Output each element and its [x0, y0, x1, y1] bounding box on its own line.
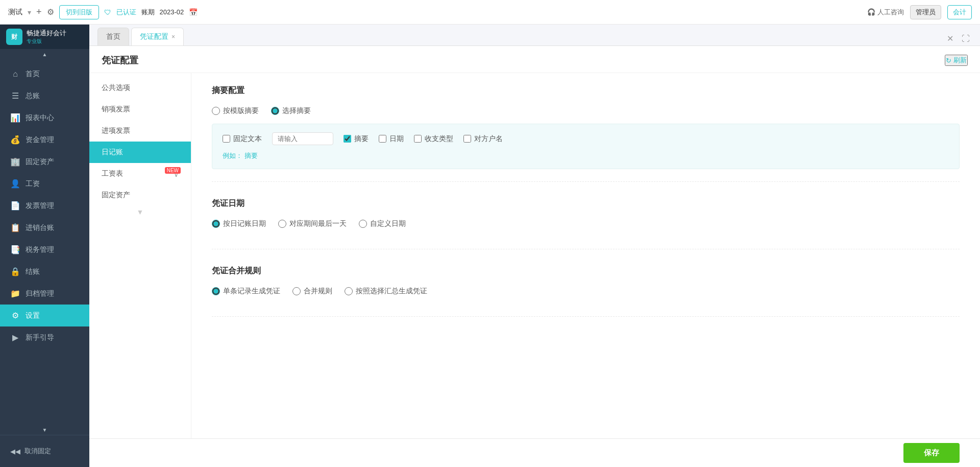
radio-custom-date[interactable]: 自定义日期: [359, 219, 406, 228]
salary-icon: 👤: [10, 179, 20, 189]
page-content: 凭证配置 ↻ 刷新 公共选项 销项发票 进项发票: [89, 46, 980, 467]
sidebar-logo: 财 畅捷通好会计 专业版: [0, 25, 89, 49]
checkbox-summary[interactable]: 摘要: [344, 134, 369, 144]
menu-item-sales-invoice[interactable]: 销项发票: [89, 99, 191, 120]
radio-summary-generate[interactable]: 按照选择汇总生成凭证: [345, 287, 427, 296]
sidebar-item-capital[interactable]: 💰 资金管理: [0, 129, 89, 151]
unpin-icon: ◀◀: [10, 448, 20, 455]
gear-icon[interactable]: ⚙: [47, 7, 54, 17]
voucher-date-section: 凭证日期 按日记账日期 对应期间最后一天: [212, 198, 960, 249]
checkbox-fixed-text[interactable]: 固定文本: [223, 134, 262, 144]
checkbox-counterparty[interactable]: 对方户名: [463, 134, 503, 144]
inner-layout: 公共选项 销项发票 进项发票 日记账 工资表 NEW: [89, 73, 980, 438]
sidebar-bottom: ◀◀ 取消固定: [0, 435, 89, 467]
scroll-up-indicator[interactable]: ▲: [0, 49, 89, 59]
sidebar-item-salary[interactable]: 👤 工资: [0, 173, 89, 195]
sidebar-item-home[interactable]: ⌂ 首页: [0, 63, 89, 85]
scroll-down-indicator[interactable]: ▼: [0, 425, 89, 435]
menu-item-purchase-invoice[interactable]: 进项发票: [89, 120, 191, 142]
radio-single-input[interactable]: [212, 287, 220, 295]
merge-rules-radio-group: 单条记录生成凭证 合并规则 按照选择汇总生成凭证: [212, 287, 960, 296]
add-button[interactable]: +: [36, 7, 42, 17]
radio-select-summary[interactable]: 选择摘要: [271, 106, 311, 115]
sidebar-item-invoice[interactable]: 📄 发票管理: [0, 195, 89, 217]
switch-old-button[interactable]: 切到旧版: [59, 5, 99, 19]
workspace-dropdown-icon[interactable]: ▾: [28, 8, 31, 16]
unpin-button[interactable]: ◀◀ 取消固定: [0, 441, 89, 461]
guide-icon: ▶: [10, 333, 20, 342]
accountant-button[interactable]: 会计: [947, 5, 972, 19]
summary-config-section: 摘要配置 按模版摘要 选择摘要: [212, 85, 960, 182]
ledger-icon: ☰: [10, 91, 20, 101]
calendar-icon[interactable]: 📅: [189, 8, 198, 16]
voucher-date-title: 凭证日期: [212, 198, 960, 209]
date-checkbox[interactable]: [379, 135, 386, 143]
radio-select-input[interactable]: [271, 107, 279, 115]
tab-bar: 首页 凭证配置 × ✕ ⛶: [89, 25, 980, 46]
capital-icon: 💰: [10, 135, 20, 145]
tab-home[interactable]: 首页: [97, 28, 129, 45]
summary-checkbox[interactable]: [344, 135, 351, 143]
refresh-button[interactable]: ↻ 刷新: [945, 55, 968, 66]
logo-badge: 专业版: [27, 38, 66, 45]
sidebar-item-guide[interactable]: ▶ 新手引导: [0, 326, 89, 348]
merge-rules-title: 凭证合并规则: [212, 266, 960, 276]
config-panel: 摘要配置 按模版摘要 选择摘要: [191, 73, 980, 438]
radio-last-day[interactable]: 对应期间最后一天: [278, 219, 347, 228]
top-bar-right: 🎧 人工咨询 管理员 会计: [867, 5, 972, 19]
radio-last-day-input[interactable]: [278, 220, 286, 228]
menu-item-fixed-assets-config[interactable]: 固定资产: [89, 184, 191, 206]
period-value: 2023-02: [160, 8, 184, 16]
tax-icon: 📑: [10, 245, 20, 254]
save-button[interactable]: 保存: [903, 443, 960, 463]
tab-actions: ✕ ⛶: [945, 32, 972, 45]
page-title: 凭证配置: [102, 54, 138, 66]
sidebar-item-ledger[interactable]: ☰ 总账: [0, 85, 89, 107]
sidebar-item-settings[interactable]: ⚙ 设置: [0, 305, 89, 326]
radio-merge-input[interactable]: [292, 287, 301, 295]
sidebar-item-archive[interactable]: 📁 归档管理: [0, 283, 89, 305]
top-bar-left: 测试 ▾ + ⚙ 切到旧版 🛡 已认证 账期 2023-02 📅: [8, 5, 861, 19]
shield-icon: 🛡: [104, 8, 111, 16]
left-menu: 公共选项 销项发票 进项发票 日记账 工资表 NEW: [89, 73, 191, 438]
menu-item-journal[interactable]: 日记账: [89, 142, 191, 163]
radio-template-input[interactable]: [212, 107, 220, 115]
sidebar: 财 畅捷通好会计 专业版 ▲ ⌂ 首页 ☰ 总账 📊 报表中心 💰: [0, 25, 89, 467]
radio-summary-input[interactable]: [345, 287, 353, 295]
menu-item-payroll[interactable]: 工资表 NEW ∨: [89, 163, 191, 184]
menu-scroll-down[interactable]: ▼: [89, 206, 191, 218]
building-icon: 🏢: [10, 157, 20, 167]
checkbox-date[interactable]: 日期: [379, 134, 404, 144]
new-badge: NEW: [165, 167, 181, 174]
fixed-text-input[interactable]: [272, 132, 333, 145]
logo-text: 畅捷通好会计: [27, 29, 66, 38]
radio-by-journal[interactable]: 按日记账日期: [212, 219, 266, 228]
sidebar-item-purchase-sales[interactable]: 📋 进销台账: [0, 217, 89, 239]
radio-custom-input[interactable]: [359, 220, 367, 228]
certified-badge: 已认证: [116, 8, 136, 17]
checkbox-income-type[interactable]: 收支类型: [414, 134, 453, 144]
tab-close-button[interactable]: ×: [172, 33, 175, 40]
summary-section-title: 摘要配置: [212, 85, 960, 96]
purchase-sales-icon: 📋: [10, 223, 20, 232]
manager-button[interactable]: 管理员: [910, 5, 941, 19]
expand-window-button[interactable]: ⛶: [960, 32, 972, 45]
sidebar-item-fixed-assets[interactable]: 🏢 固定资产: [0, 151, 89, 173]
radio-by-journal-input[interactable]: [212, 220, 220, 228]
menu-item-public-options[interactable]: 公共选项: [89, 77, 191, 99]
close-window-button[interactable]: ✕: [945, 32, 955, 45]
sidebar-item-reports[interactable]: 📊 报表中心: [0, 107, 89, 129]
radio-template-summary[interactable]: 按模版摘要: [212, 106, 259, 115]
counterparty-checkbox[interactable]: [463, 135, 471, 143]
page-header: 凭证配置 ↻ 刷新: [89, 46, 980, 73]
sidebar-item-tax[interactable]: 📑 税务管理: [0, 239, 89, 261]
sidebar-item-closing[interactable]: 🔒 结账: [0, 261, 89, 283]
merge-rules-section: 凭证合并规则 单条记录生成凭证 合并规则: [212, 266, 960, 317]
fixed-text-checkbox[interactable]: [223, 135, 230, 143]
tab-voucher-config[interactable]: 凭证配置 ×: [131, 28, 184, 45]
consult-button[interactable]: 🎧 人工咨询: [867, 8, 904, 17]
radio-single-record[interactable]: 单条记录生成凭证: [212, 287, 280, 296]
income-type-checkbox[interactable]: [414, 135, 422, 143]
radio-merge-rules[interactable]: 合并规则: [292, 287, 332, 296]
archive-icon: 📁: [10, 289, 20, 298]
